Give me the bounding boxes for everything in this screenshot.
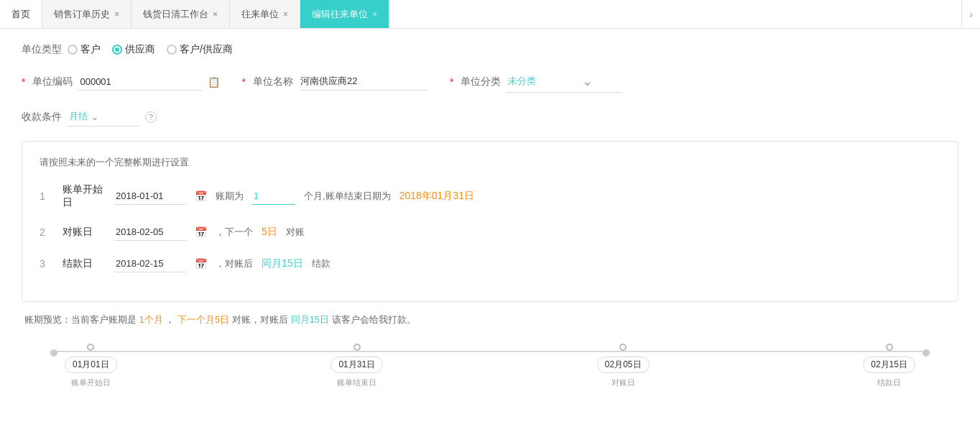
radio-supplier[interactable]: 供应商 [112, 43, 155, 56]
unit-type-radio-group: 客户 供应商 客户/供应商 [68, 43, 233, 56]
payment-chevron-icon: ⌄ [91, 111, 99, 122]
unit-code-field: * 单位编码 📋 [22, 73, 220, 91]
preview-text4: 该客户会给我打款。 [332, 314, 416, 325]
timeline: 01月01日 账单开始日 01月31日 账单结束日 02月05日 对账日 02月… [65, 344, 915, 388]
tab-edit-partner[interactable]: 编辑往来单位 × [300, 0, 389, 28]
main-content: 单位类型 客户 供应商 客户/供应商 * 单位编码 [0, 29, 980, 437]
timeline-dot-4 [886, 344, 893, 351]
setting-row-3: 3 结款日 📅 ，对账后 同月15日 结款 [40, 255, 940, 272]
timeline-sub-4: 结款日 [877, 377, 901, 388]
row-num-1: 1 [40, 190, 54, 202]
tab-sales-history[interactable]: 销售订单历史 × [42, 0, 131, 28]
reconcile-suffix: 对账 [286, 226, 305, 239]
tab-home[interactable]: 首页 [0, 0, 42, 28]
tab-partner-label: 往来单位 [241, 8, 279, 21]
reconcile-date-input[interactable] [114, 224, 186, 241]
radio-customer-supplier-label: 客户/供应商 [180, 43, 233, 56]
timeline-dot-3 [619, 344, 627, 351]
preview-part2: 下一个月5日 [177, 314, 229, 325]
start-date-input[interactable] [114, 188, 186, 205]
row-type-1: 账单开始日 [63, 183, 106, 209]
preview-text2: ， [165, 314, 175, 325]
setting-row-2: 2 对账日 📅 ，下一个 5日 对账 [40, 224, 940, 241]
timeline-right-dot [923, 349, 930, 356]
radio-customer-circle [68, 45, 78, 55]
preview-text: 账期预览：当前客户账期是 1个月 ， 下一个月5日 对账，对账后 同月15日 该… [22, 313, 958, 326]
category-select[interactable]: 未分类 ⌄ [507, 70, 621, 93]
category-label: 单位分类 [461, 75, 501, 88]
period-label: 账期为 [216, 190, 244, 203]
category-chevron-icon: ⌄ [582, 73, 593, 89]
preview-text3: 对账，对账后 [232, 314, 288, 325]
row-type-3: 结款日 [63, 257, 106, 270]
start-date-cal-icon[interactable]: 📅 [195, 190, 207, 202]
timeline-label-3: 02月05日 [597, 356, 650, 373]
radio-customer-supplier-circle [167, 45, 177, 55]
name-input[interactable] [299, 73, 428, 91]
code-label: 单位编码 [32, 75, 73, 88]
tab-cash-work[interactable]: 钱货日清工作台 × [131, 0, 230, 28]
timeline-point-2: 01月31日 账单结束日 [330, 344, 383, 388]
payment-field: 收款条件 月结 ⌄ ? [22, 107, 157, 126]
code-required: * [22, 76, 25, 88]
period-input[interactable] [252, 188, 295, 205]
payment-prefix: ，对账后 [216, 257, 253, 270]
reconcile-date-cal-icon[interactable]: 📅 [195, 226, 207, 238]
payment-date-cal-icon[interactable]: 📅 [195, 258, 207, 270]
tab-cash-work-label: 钱货日清工作台 [143, 8, 208, 21]
preview-part1: 1个月 [139, 314, 163, 325]
timeline-label-2: 01月31日 [330, 356, 383, 373]
timeline-point-4: 02月15日 结款日 [863, 344, 915, 388]
row-type-2: 对账日 [63, 226, 106, 239]
unit-type-field: 单位类型 客户 供应商 客户/供应商 [22, 43, 233, 56]
payment-select[interactable]: 月结 ⌄ [68, 107, 139, 126]
radio-customer[interactable]: 客户 [68, 43, 101, 56]
tab-sales-history-label: 销售订单历史 [54, 8, 110, 21]
unit-info-row: * 单位编码 📋 * 单位名称 * 单位分类 未分类 ⌄ [22, 70, 958, 93]
payment-day-highlight: 同月15日 [262, 257, 303, 270]
tab-bar: 首页 销售订单历史 × 钱货日清工作台 × 往来单位 × 编辑往来单位 × › [0, 0, 980, 29]
period-section: 请按照未来的一个完整帐期进行设置 1 账单开始日 📅 账期为 个月,账单结束日期… [22, 141, 958, 302]
tab-more-chevron[interactable]: › [961, 0, 980, 28]
section-title: 请按照未来的一个完整帐期进行设置 [40, 156, 940, 169]
preview-label: 账期预览：当前客户账期是 [24, 314, 137, 325]
timeline-dot-1 [87, 344, 94, 351]
timeline-point-1: 01月01日 账单开始日 [65, 344, 117, 388]
timeline-left-dot [50, 349, 57, 356]
name-required: * [241, 76, 245, 88]
tab-sales-history-close[interactable]: × [114, 9, 119, 19]
timeline-dot-2 [353, 344, 361, 351]
unit-name-field: * 单位名称 [241, 73, 427, 91]
period-end-date: 2018年01月31日 [399, 190, 474, 203]
radio-customer-label: 客户 [80, 43, 101, 56]
timeline-point-3: 02月05日 对账日 [597, 344, 650, 388]
row-num-2: 2 [40, 226, 54, 238]
timeline-label-4: 02月15日 [863, 356, 915, 373]
unit-category-field: * 单位分类 未分类 ⌄ [450, 70, 621, 93]
category-value: 未分类 [508, 75, 536, 88]
code-doc-icon[interactable]: 📋 [208, 76, 220, 88]
radio-customer-supplier[interactable]: 客户/供应商 [167, 43, 233, 56]
name-label: 单位名称 [253, 75, 293, 88]
payment-help-icon[interactable]: ? [145, 111, 157, 123]
tab-partner[interactable]: 往来单位 × [230, 0, 300, 28]
tab-edit-partner-label: 编辑往来单位 [312, 8, 368, 21]
tab-cash-work-close[interactable]: × [213, 9, 218, 19]
payment-label: 收款条件 [22, 111, 62, 124]
timeline-sub-2: 账单结束日 [337, 377, 376, 388]
period-unit: 个月,账单结束日期为 [304, 190, 391, 203]
code-input[interactable] [78, 73, 202, 91]
timeline-label-1: 01月01日 [65, 356, 117, 373]
reconcile-day-highlight: 5日 [262, 226, 277, 239]
unit-type-label: 单位类型 [22, 43, 62, 56]
timeline-sub-3: 对账日 [611, 377, 635, 388]
preview-part3: 同月15日 [291, 314, 329, 325]
timeline-sub-1: 账单开始日 [71, 377, 111, 388]
category-required: * [450, 76, 453, 88]
tab-edit-partner-close[interactable]: × [372, 9, 377, 19]
tab-partner-close[interactable]: × [283, 9, 288, 19]
payment-value: 月结 [69, 110, 88, 123]
radio-supplier-circle [112, 45, 122, 55]
setting-row-1: 1 账单开始日 📅 账期为 个月,账单结束日期为 2018年01月31日 [40, 183, 940, 209]
payment-date-input[interactable] [114, 255, 186, 272]
